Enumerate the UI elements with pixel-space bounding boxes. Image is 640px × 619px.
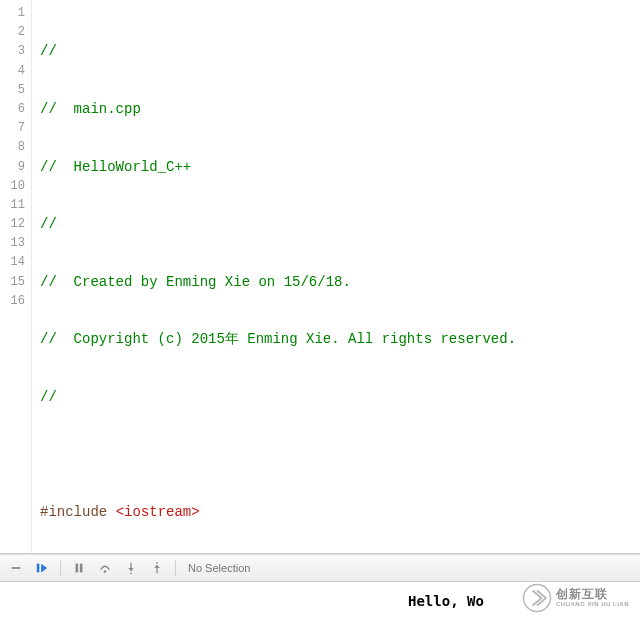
watermark-logo-icon (522, 583, 552, 613)
step-into-icon[interactable] (123, 560, 139, 576)
watermark: 创新互联 CHUANG XIN HU LIAN (522, 583, 632, 613)
line-number: 7 (0, 119, 25, 138)
code-line: // HelloWorld_C++ (40, 158, 640, 177)
code-line: #include <iostream> (40, 503, 640, 522)
code-line: // (40, 215, 640, 234)
line-number: 15 (0, 273, 25, 292)
code-line: // (40, 42, 640, 61)
svg-rect-3 (76, 564, 79, 573)
code-line: // (40, 388, 640, 407)
code-line: // Copyright (c) 2015年 Enming Xie. All r… (40, 330, 640, 349)
code-line (40, 446, 640, 465)
line-number: 11 (0, 196, 25, 215)
line-number: 3 (0, 42, 25, 61)
line-number-gutter: 1 2 3 4 5 6 7 8 9 10 11 12 13 14 15 16 (0, 0, 32, 553)
svg-point-8 (130, 572, 132, 574)
svg-marker-10 (154, 565, 159, 569)
line-number: 14 (0, 253, 25, 272)
code-area[interactable]: // // main.cpp // HelloWorld_C++ // // C… (32, 0, 640, 553)
line-number: 10 (0, 177, 25, 196)
line-number: 4 (0, 62, 25, 81)
line-number: 9 (0, 158, 25, 177)
console-output[interactable]: Hello, Wo 创新互联 CHUANG XIN HU LIAN (0, 582, 640, 619)
svg-marker-7 (128, 568, 133, 572)
svg-marker-2 (41, 564, 47, 573)
svg-point-11 (156, 562, 158, 564)
line-number: 8 (0, 138, 25, 157)
code-line: // main.cpp (40, 100, 640, 119)
watermark-brand-pinyin: CHUANG XIN HU LIAN (556, 601, 629, 608)
toggle-breakpoints-icon[interactable] (8, 560, 24, 576)
step-out-icon[interactable] (149, 560, 165, 576)
console-text: Hello, Wo (408, 593, 484, 609)
line-number: 12 (0, 215, 25, 234)
svg-point-5 (104, 570, 107, 573)
line-number: 1 (0, 4, 25, 23)
line-number: 16 (0, 292, 25, 311)
separator (60, 560, 61, 576)
debug-selection-label: No Selection (188, 562, 250, 574)
line-number: 5 (0, 81, 25, 100)
step-over-icon[interactable] (97, 560, 113, 576)
code-line: // Created by Enming Xie on 15/6/18. (40, 273, 640, 292)
continue-icon[interactable] (34, 560, 50, 576)
watermark-brand: 创新互联 (556, 587, 608, 601)
svg-point-12 (524, 585, 551, 612)
svg-rect-1 (37, 564, 40, 573)
pause-icon[interactable] (71, 560, 87, 576)
line-number: 6 (0, 100, 25, 119)
line-number: 2 (0, 23, 25, 42)
separator (175, 560, 176, 576)
code-editor[interactable]: 1 2 3 4 5 6 7 8 9 10 11 12 13 14 15 16 /… (0, 0, 640, 554)
line-number: 13 (0, 234, 25, 253)
svg-rect-4 (80, 564, 83, 573)
